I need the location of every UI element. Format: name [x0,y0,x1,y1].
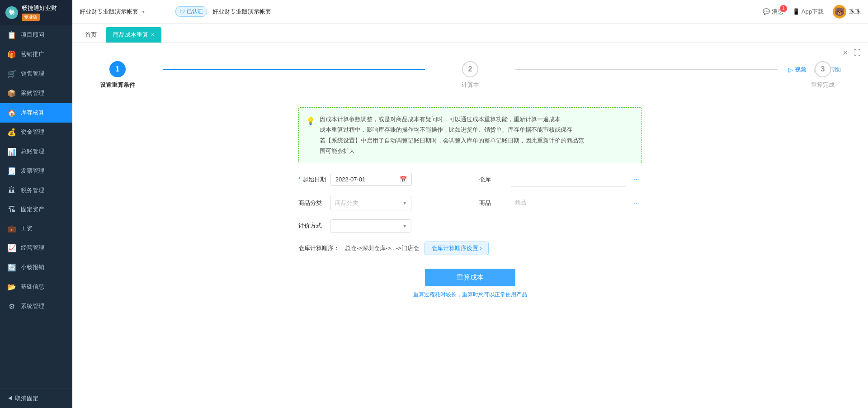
sidebar-app-name: 畅捷通好业财 [22,5,57,12]
topbar: 好业财专业版演示帐套 ▾ 🛡 已认证 好业财专业版演示帐套 💬 消息 1 📱 A… [72,0,868,24]
topbar-verified: 🛡 已认证 [175,6,207,17]
operation-icon: 📈 [7,244,16,252]
start-date-field: 起始日期 2022-07-01 📅 [298,173,461,186]
sidebar-unpin-button[interactable]: ◀ 取消固定 [0,389,72,408]
sidebar-item-capital[interactable]: 💰 资金管理 [0,123,72,142]
start-date-value: 2022-07-01 [335,176,366,183]
form-row-1: 起始日期 2022-07-01 📅 仓库 ··· [298,172,642,187]
app-download-button[interactable]: 📱 App下载 [793,8,824,16]
sidebar-item-assets[interactable]: 🏗 固定资产 [0,200,72,219]
window-controls: ✕ ⛶ [842,48,861,57]
info-line-3: 若【系统设置】中启用了自动调整记账日期时，会调整入库单的整单记账日期，因此重新计… [320,135,584,146]
sidebar-item-sales[interactable]: 🛒 销售管理 [0,64,72,84]
step-3-label: 重算完成 [811,81,835,89]
step-1-label: 设置重算条件 [100,81,135,89]
main-area: 好业财专业版演示帐套 ▾ 🛡 已认证 好业财专业版演示帐套 💬 消息 1 📱 A… [72,0,868,408]
phone-icon: 📱 [793,8,800,15]
chevron-down-icon-pricing: ▾ [403,223,406,229]
step-3-circle: 3 [815,61,831,77]
goods-label: 商品 [479,199,506,207]
topbar-account[interactable]: 好业财专业版演示帐套 ▾ [80,8,170,16]
step-3-number: 3 [821,65,825,73]
sidebar-item-label: 税务管理 [21,186,44,195]
sidebar-item-tax[interactable]: 🏛 税务管理 [0,181,72,200]
user-name: 珠珠 [849,8,861,16]
video-link[interactable]: ▷ 视频 [788,66,807,74]
verified-text: 已认证 [187,8,203,15]
sidebar-item-label: 小畅报销 [21,263,44,271]
start-date-input[interactable]: 2022-07-01 📅 [330,173,412,186]
tab-close-icon[interactable]: × [151,32,154,38]
chevron-down-icon: ▾ [403,199,406,206]
unpin-label: ◀ 取消固定 [7,394,38,403]
step-2-number: 2 [468,65,472,73]
account-name: 好业财专业版演示帐套 [80,8,138,16]
sidebar-item-label: 经营管理 [21,244,44,252]
warehouse-select-button[interactable]: ··· [631,173,642,186]
info-text: 因成本计算参数调整，或是对商品成本有疑问时，可以通过成本重算功能，重新计算一遍成… [320,114,584,157]
warehouse-order-settings-button[interactable]: 仓库计算顺序设置 › [425,242,489,255]
payroll-icon: 💼 [7,224,16,233]
sidebar-nav: 📋 项目顾问 🎁 营销推广 🛒 销售管理 📦 采购管理 🏠 库存核算 💰 资金管… [0,25,72,389]
expand-window-button[interactable]: ⛶ [854,49,861,57]
sidebar-item-invoice[interactable]: 🧾 发票管理 [0,161,72,181]
active-tab-label: 商品成本重算 [113,31,148,39]
user-profile-button[interactable]: 🐻 珠珠 [833,5,861,19]
sidebar-item-label: 系统管理 [21,302,44,310]
pricing-select[interactable]: ▾ [330,219,411,232]
category-select[interactable]: 商品分类 ▾ [330,196,411,210]
play-icon: ▷ [788,66,793,73]
tabbar: 首页 商品成本重算 × [72,24,868,43]
info-line-4: 围可能会扩大 [320,146,584,156]
category-placeholder: 商品分类 [335,199,359,207]
topbar-right: 💬 消息 1 📱 App下载 🐻 珠珠 [763,5,861,19]
sidebar-item-project[interactable]: 📋 项目顾问 [0,25,72,45]
main-content: ✕ ⛶ 1 设置重算条件 2 计算中 3 [72,43,868,408]
sidebar-item-label: 采购管理 [21,89,44,97]
warehouse-order-value: 总仓->深圳仓库->...->门店仓 [345,244,419,252]
recalc-button[interactable]: 重算成本 [425,269,515,286]
sidebar-edition: 专业版 [22,14,40,21]
message-badge: 1 [780,5,787,12]
warehouse-order-label: 仓库计算顺序： [298,244,340,252]
sidebar-header: 畅 畅捷通好业财 专业版 [0,0,72,25]
sidebar-item-payroll[interactable]: 💼 工资 [0,219,72,238]
topbar-company-name: 好业财专业版演示帐套 [212,8,271,16]
message-button[interactable]: 💬 消息 1 [763,8,783,16]
sidebar-logo: 畅 [5,6,18,19]
sidebar-item-label: 资金管理 [21,128,44,136]
calendar-icon: 📅 [400,176,407,183]
sidebar-item-inventory[interactable]: 🏠 库存核算 [0,103,72,123]
assets-icon: 🏗 [7,205,16,213]
recalc-area: 重算成本 重算过程耗时较长，重算时您可以正常使用产品 [298,269,642,299]
sidebar-item-purchase[interactable]: 📦 采购管理 [0,84,72,103]
base-icon: 📂 [7,283,16,291]
verified-badge: 🛡 已认证 [175,6,207,17]
step-line-1 [163,69,425,70]
sidebar-item-operation[interactable]: 📈 经营管理 [0,238,72,258]
sidebar-item-system[interactable]: ⚙ 系统管理 [0,297,72,316]
home-tab-label: 首页 [85,31,97,38]
sidebar-item-accounting[interactable]: 📊 总账管理 [0,142,72,161]
sidebar-item-expense[interactable]: 🔄 小畅报销 [0,258,72,277]
app-download-label: App下载 [802,8,824,16]
expense-icon: 🔄 [7,263,16,272]
warehouse-label: 仓库 [479,176,506,184]
sidebar-item-label: 总账管理 [21,147,44,156]
sidebar-item-base[interactable]: 📂 基础信息 [0,277,72,297]
goods-select-button[interactable]: ··· [631,196,642,210]
sidebar-item-marketing[interactable]: 🎁 营销推广 [0,45,72,64]
warehouse-order-row: 仓库计算顺序： 总仓->深圳仓库->...->门店仓 仓库计算顺序设置 › [298,242,642,255]
recalc-hint: 重算过程耗时较长，重算时您可以正常使用产品 [298,291,642,299]
form-area: 起始日期 2022-07-01 📅 仓库 ··· 商品分类 商 [298,172,642,299]
sidebar-item-label: 工资 [21,224,33,232]
step-line-2 [515,69,778,70]
invoice-icon: 🧾 [7,167,16,176]
tab-home[interactable]: 首页 [78,27,104,43]
start-date-label: 起始日期 [298,176,326,184]
close-window-button[interactable]: ✕ [842,48,848,57]
category-label: 商品分类 [298,199,326,207]
warehouse-field: 仓库 ··· [479,172,642,187]
tab-cost-recalc[interactable]: 商品成本重算 × [106,27,161,43]
accounting-icon: 📊 [7,147,16,156]
